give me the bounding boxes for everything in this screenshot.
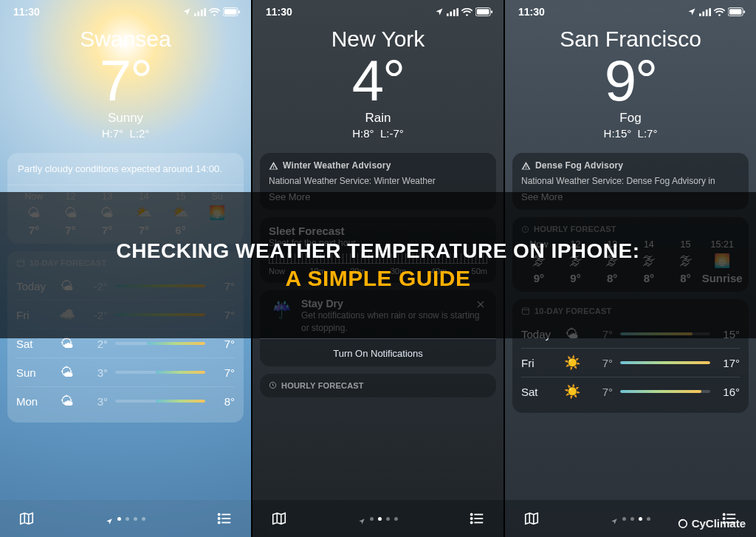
daily-row[interactable]: Sat ☀️ 7° 16° [521,377,740,406]
svg-rect-37 [743,10,745,13]
hourly-forecast-card[interactable]: Partly cloudy conditions expected around… [7,153,244,244]
hour-temp: 8° [680,272,690,284]
close-button[interactable] [474,298,487,314]
hour-temp: 8° [607,272,617,284]
hourly-item[interactable]: 15 ⛅ 6° [163,191,199,236]
hourly-item[interactable]: 13 🌫 8° [594,239,630,284]
hourly-row[interactable]: Now 🌤 7° 12 🌤 7° 13 🌤 7° 14 ⛅ 7° 15 ⛅ 6°… [16,190,235,236]
see-more-link[interactable]: See More [521,191,563,202]
day-high: 7° [213,366,235,379]
hour-temp: 8° [644,272,654,284]
temp-range-bar [115,313,205,316]
hourly-forecast-header: HOURLY FORECAST [521,225,740,233]
turn-on-notifications-button[interactable]: Turn On Notifications [269,343,487,359]
see-more-link[interactable]: See More [269,191,310,202]
daily-row[interactable]: Fri ☀️ 7° 17° [521,348,740,377]
daily-row[interactable]: Fri ☁️ -2° 7° [16,300,235,329]
hourly-item[interactable]: 14 ⛅ 7° [126,191,162,236]
svg-rect-6 [238,10,240,13]
day-label: Today [521,328,557,341]
calendar-icon [16,259,25,267]
minute-label: 20m [350,267,365,276]
hourly-item[interactable]: Su 🌅 [199,191,235,236]
status-bar: 11:30 [252,0,504,21]
daily-row[interactable]: Mon 🌤 3° 8° [16,386,235,415]
temp-range-bar [620,390,710,393]
advisory-body: National Weather Service: Dense Fog Advi… [521,175,740,187]
scroll-area[interactable]: Winter Weather Advisory National Weather… [252,153,504,537]
temp-range-bar [115,371,205,374]
page-dot [394,517,398,521]
day-high: 7° [213,309,235,321]
hourly-item[interactable]: 15 🌫 8° [668,239,704,284]
warning-icon [521,161,531,171]
hour-label: 13 [102,191,112,202]
phone-screen-sanfrancisco: 11:30 San Francisco 9° Fog H:15° L:7° De… [504,0,756,537]
city-list-button[interactable] [467,508,487,529]
svg-rect-1 [197,11,199,16]
current-temperature: 7° [0,52,251,109]
warning-icon [269,161,278,171]
location-services-icon [687,7,696,16]
sunset-icon: 🌅 [714,253,730,269]
daily-row[interactable]: Sun 🌤 3° 7° [16,358,235,386]
weather-advisory-card[interactable]: Dense Fog Advisory National Weather Serv… [512,153,749,210]
map-button[interactable] [521,508,542,529]
day-low: 7° [591,328,613,341]
day-low: -2° [86,309,108,321]
map-button[interactable] [16,508,37,529]
daily-row[interactable]: Today 🌤 7° 15° [521,320,740,348]
hourly-row[interactable]: Now 🌫 9° 12 🌫 9° 13 🌫 8° 14 🌫 8° 15 🌫 8°… [521,238,740,284]
hour-temp: 7° [102,224,112,236]
hourly-forecast-card[interactable]: HOURLY FORECAST Now 🌫 9° 12 🌫 9° 13 🌫 8°… [512,217,749,292]
hourly-item[interactable]: Now 🌤 7° [16,191,52,236]
phone-screen-newyork: 11:30 New York 4° Rain H:8° L:-7° Winter… [251,0,504,537]
svg-rect-18 [456,8,458,16]
svg-rect-21 [491,10,492,13]
page-dots[interactable] [106,515,145,522]
svg-rect-0 [194,13,196,16]
daily-row[interactable]: Today 🌤 -2° 7° [16,272,235,300]
fog-icon: 🌫 [604,253,620,269]
weather-advisory-card[interactable]: Winter Weather Advisory National Weather… [260,153,496,210]
daily-forecast-card[interactable]: 10-DAY FORECAST Today 🌤 7° 15° Fri ☀️ 7°… [512,299,749,413]
daily-forecast-card[interactable]: 10-DAY FORECAST Today 🌤 -2° 7° Fri ☁️ -2… [7,251,244,423]
svg-point-30 [471,521,472,523]
hourly-item[interactable]: 12 🌫 9° [558,239,594,284]
map-button[interactable] [269,508,289,529]
map-icon [271,510,287,527]
daily-forecast-header: 10-DAY FORECAST [521,307,740,315]
condition-label: Fog [505,111,756,126]
hour-temp: 7° [65,224,75,236]
hourly-item[interactable]: 12 🌤 7° [53,191,89,236]
close-icon [475,299,486,309]
stay-dry-card[interactable]: ☔ Stay Dry Get notifications when rain o… [260,290,496,366]
sunset-icon: 🌅 [209,205,225,221]
hourly-item[interactable]: Now 🌫 9° [521,239,557,284]
scroll-area[interactable]: Partly cloudy conditions expected around… [0,153,251,537]
hourly-item[interactable]: 14 🌫 8° [631,239,667,284]
location-services-icon [435,7,444,16]
daily-row[interactable]: Sat 🌤 2° 7° [16,329,235,358]
fog-icon: 🌫 [641,253,657,269]
scroll-area[interactable]: Dense Fog Advisory National Weather Serv… [505,153,756,537]
page-dots[interactable] [358,515,398,522]
svg-rect-15 [447,13,449,16]
svg-rect-33 [706,9,708,16]
city-list-button[interactable] [214,508,235,529]
page-dots[interactable] [611,515,650,522]
cyclimate-logo-icon [677,518,689,530]
cellular-signal-icon [194,8,206,16]
day-low: 3° [86,395,108,408]
hourly-forecast-card[interactable]: HOURLY FORECAST [260,374,496,397]
sleet-forecast-card[interactable]: Sleet Forecast Sleet for the next hour N… [260,217,496,283]
condition-label: Sunny [0,111,251,126]
status-time: 11:30 [266,6,292,18]
day-label: Today [16,280,52,293]
hourly-item[interactable]: 15:21 🌅 Sunrise [704,239,740,284]
hourly-item[interactable]: 13 🌤 7° [89,191,125,236]
sunpart-icon: 🌤 [59,335,75,352]
minute-label: 50m [472,267,487,276]
condition-label: Rain [252,111,504,126]
day-label: Sat [521,386,557,398]
